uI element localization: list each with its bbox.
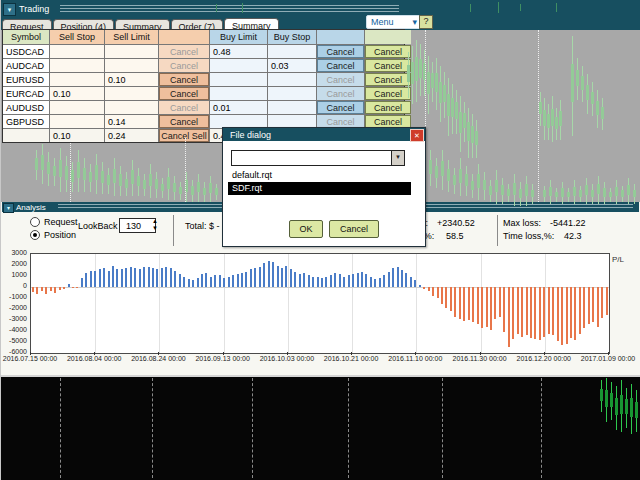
pl-bar — [325, 277, 327, 287]
x-tick-mark — [351, 352, 352, 355]
pl-bar — [85, 273, 87, 287]
candle-body — [547, 114, 550, 128]
x-tick-label: 2016.07.15 00:00 — [3, 355, 58, 362]
candle-body — [477, 174, 480, 188]
candle-body — [83, 168, 86, 181]
candle-body — [513, 183, 516, 195]
lookback-spinner[interactable]: ▲ ▼ — [152, 218, 158, 232]
pl-bar — [170, 268, 172, 287]
cancel-buy-button[interactable]: Cancel — [317, 59, 364, 72]
filename-combobox[interactable]: ▼ — [231, 150, 405, 166]
titlebar-grip[interactable] — [60, 5, 399, 12]
chevron-down-icon: ▾ — [8, 6, 12, 13]
cell-sell-limit[interactable] — [105, 101, 158, 114]
cell-sell-stop[interactable] — [50, 45, 104, 58]
cancel-all-button[interactable]: Cancel — [365, 73, 411, 86]
dialog-cancel-button[interactable]: Cancel — [329, 220, 379, 238]
cell-buy-stop[interactable]: 0.03 — [268, 59, 316, 72]
help-button[interactable]: ? — [419, 15, 433, 29]
cell-sell-stop[interactable] — [50, 73, 104, 86]
cell-buy-limit[interactable] — [210, 87, 267, 100]
pl-bar — [143, 267, 145, 287]
help-button-label: ? — [423, 16, 428, 26]
cell-buy-limit[interactable]: 0.01 — [210, 101, 267, 114]
candle-body — [559, 111, 562, 126]
pl-bar — [197, 278, 199, 287]
pl-bar — [254, 268, 256, 287]
cell-sell-stop[interactable] — [50, 101, 104, 114]
pl-bar — [192, 280, 194, 287]
pl-bar — [32, 287, 34, 292]
candle-body — [447, 169, 450, 181]
menu-button[interactable]: Menu▾ — [366, 15, 422, 29]
cell-buy-limit[interactable] — [210, 73, 267, 86]
pl-bar — [459, 287, 461, 319]
pl-bar — [188, 279, 190, 287]
y-tick-label: -3000 — [2, 315, 27, 322]
spinner-down-icon[interactable]: ▼ — [152, 225, 158, 232]
pl-bar — [259, 267, 261, 287]
radio-icon[interactable] — [30, 217, 40, 227]
file-item-default-rqt[interactable]: default.rqt — [228, 169, 411, 181]
lookback-input[interactable]: 130 — [119, 218, 156, 233]
spinner-up-icon[interactable]: ▲ — [152, 218, 158, 225]
cancel-sell-button[interactable]: Cancel — [159, 115, 209, 128]
candle-body — [633, 190, 636, 198]
pl-bar — [130, 267, 132, 287]
pl-bar — [90, 271, 92, 288]
cell-buy-stop[interactable] — [268, 45, 316, 58]
pl-bar — [552, 287, 554, 335]
x-tick-label: 2016.08.04 00:00 — [67, 355, 122, 362]
cancel-sell-button[interactable]: Cancel — [159, 87, 209, 100]
column-header-buy-limit: Buy Limit — [210, 30, 267, 44]
pl-bar — [103, 268, 105, 287]
cell-sell-stop[interactable] — [50, 59, 104, 72]
ok-button[interactable]: OK — [289, 220, 323, 238]
cancel-sell-all-button[interactable]: Cancel Sell — [159, 129, 209, 142]
radio-icon[interactable] — [30, 230, 40, 240]
close-icon[interactable]: ✕ — [410, 129, 424, 142]
cancel-buy-button[interactable]: Cancel — [317, 101, 364, 114]
analysis-collapse-button[interactable]: ▾ — [3, 203, 14, 213]
cancel-all-button[interactable]: Cancel — [365, 87, 411, 100]
cancel-all-button[interactable]: Cancel — [365, 59, 411, 72]
cell-sell-limit[interactable] — [105, 45, 158, 58]
cancel-sell-button[interactable]: Cancel — [159, 73, 209, 86]
cell-sell-limit[interactable] — [105, 59, 158, 72]
candle-tick — [216, 4, 217, 12]
pl-bar — [361, 272, 363, 287]
candle-body — [191, 186, 194, 194]
cell-buy-stop[interactable] — [268, 73, 316, 86]
cell-buy-stop[interactable] — [268, 87, 316, 100]
pl-bar — [388, 272, 390, 287]
cell-buy-limit[interactable] — [210, 59, 267, 72]
radio-position[interactable]: Position — [30, 230, 76, 240]
pl-bar — [397, 267, 399, 287]
cell-sell-limit[interactable] — [105, 87, 158, 100]
cell-sell-limit[interactable]: 0.10 — [105, 73, 158, 86]
cell-buy-limit[interactable]: 0.48 — [210, 45, 267, 58]
cell-sell-stop[interactable] — [50, 115, 104, 128]
cell-buy-stop[interactable] — [268, 101, 316, 114]
candle-body — [573, 187, 576, 196]
pl-bar — [574, 287, 576, 340]
file-item-sdf-rqt[interactable]: SDF.rqt — [228, 182, 411, 195]
cell-sell-stop[interactable]: 0.10 — [50, 87, 104, 100]
pl-bar — [570, 287, 572, 338]
cell-symbol: EURUSD — [3, 73, 49, 86]
candle-body — [471, 126, 474, 143]
pl-bar — [134, 268, 136, 287]
file-dialog-titlebar[interactable]: File dialog — [223, 128, 425, 141]
candle-body — [471, 181, 474, 190]
cancel-all-button[interactable]: Cancel — [365, 101, 411, 114]
combobox-dropdown-icon[interactable]: ▼ — [391, 151, 404, 165]
pl-chart-plot — [30, 253, 610, 354]
period-separator-line — [60, 378, 61, 478]
cancel-all-button[interactable]: Cancel — [365, 45, 411, 58]
ok-button-label: OK — [299, 224, 312, 234]
cancel-buy-button[interactable]: Cancel — [317, 45, 364, 58]
cell-sell-limit[interactable]: 0.14 — [105, 115, 158, 128]
pl-bar — [517, 287, 519, 334]
radio-request[interactable]: Request — [30, 217, 78, 227]
pl-bar — [210, 277, 212, 287]
